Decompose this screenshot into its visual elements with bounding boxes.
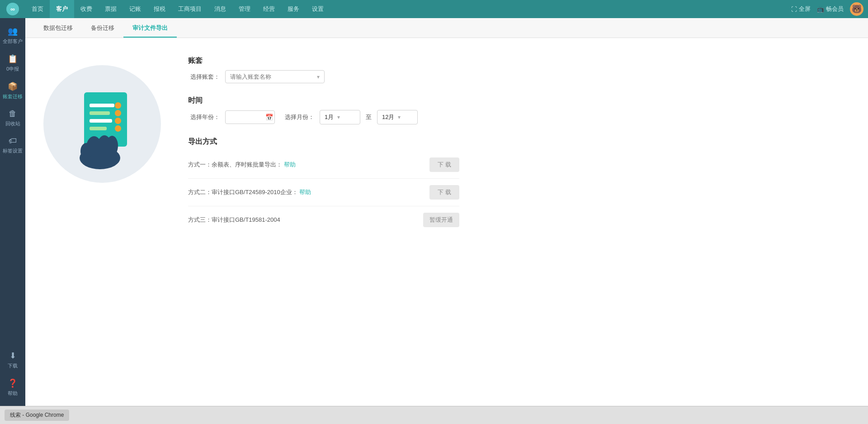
month-start-chevron: ▾: [337, 114, 340, 120]
sidebar-bottom-icon-帮助: ❓: [8, 378, 18, 388]
svg-point-15: [80, 143, 92, 159]
tab-数据包迁移[interactable]: 数据包迁移: [34, 19, 82, 38]
nav-item-服务[interactable]: 服务: [281, 0, 306, 18]
sidebar-item-0申报[interactable]: 📋0申报: [0, 50, 25, 76]
nav-item-记账[interactable]: 记账: [123, 0, 147, 18]
month-end-select[interactable]: 12月 ▾: [377, 110, 418, 124]
time-section-title: 时间: [188, 96, 459, 105]
svg-point-9: [115, 118, 121, 124]
month-end-value: 12月: [382, 113, 394, 121]
sidebar-label-0申报: 0申报: [6, 66, 19, 72]
export-btn-2[interactable]: 下 载: [429, 185, 459, 200]
content-area: 数据包迁移备份迁移审计文件导出: [25, 18, 868, 406]
nav-item-首页[interactable]: 首页: [25, 0, 50, 18]
nav-item-管理[interactable]: 管理: [232, 0, 257, 18]
nav-item-客户[interactable]: 客户: [50, 0, 74, 18]
sidebar-item-标签设置[interactable]: 🏷标签设置: [0, 133, 25, 158]
sidebar-item-全部客户[interactable]: 👥全部客户: [0, 23, 25, 48]
fullscreen-label: 全屏: [799, 5, 811, 13]
account-select-label: 选择账套：: [188, 73, 220, 81]
export-section-title: 导出方式: [188, 137, 459, 147]
account-row: 选择账套： ▾: [188, 70, 459, 83]
svg-point-14: [106, 136, 118, 156]
nav-item-票据[interactable]: 票据: [99, 0, 123, 18]
taskbar: 线索 - Google Chrome: [0, 406, 868, 424]
month-start-value: 1月: [325, 113, 334, 121]
svg-rect-6: [90, 127, 107, 130]
nav-items: 首页客户收费票据记账报税工商项目消息管理经营服务设置: [25, 0, 330, 18]
user-avatar[interactable]: 🐻: [850, 2, 863, 16]
nav-item-报税[interactable]: 报税: [147, 0, 172, 18]
export-method-text-3: 方式三：审计接口GB/T19581-2004: [188, 216, 280, 224]
export-method-2: 方式二：审计接口GB/T24589-2010企业： 帮助下 载: [188, 179, 459, 206]
sidebar-label-账套迁移: 账套迁移: [3, 93, 23, 100]
sidebar-icon-标签设置: 🏷: [9, 136, 17, 146]
form-area: 账套 选择账套： ▾ 时间 选择年份： 202: [188, 52, 459, 392]
nav-right-area: ⛶ 全屏 📺 畅会员 🐻: [791, 2, 863, 16]
export-method-text-2: 方式二：审计接口GB/T24589-2010企业： 帮助: [188, 188, 311, 196]
main-layout: 👥全部客户📋0申报📦账套迁移🗑回收站🏷标签设置⬇下载❓帮助 数据包迁移备份迁移审…: [0, 18, 868, 406]
fullscreen-button[interactable]: ⛶ 全屏: [791, 5, 811, 13]
sidebar-item-账套迁移[interactable]: 📦账套迁移: [0, 78, 25, 104]
svg-point-7: [115, 102, 121, 109]
export-help-link-1[interactable]: 帮助: [284, 161, 296, 168]
export-btn-3[interactable]: 暂缓开通: [423, 213, 459, 227]
year-label: 选择年份：: [188, 113, 220, 121]
export-methods-list: 方式一：余额表、序时账批量导出： 帮助下 载方式二：审计接口GB/T24589-…: [188, 151, 459, 233]
year-input[interactable]: 2023: [230, 114, 262, 121]
svg-point-8: [115, 110, 121, 116]
svg-rect-5: [90, 119, 112, 123]
nav-item-设置[interactable]: 设置: [306, 0, 330, 18]
export-btn-1[interactable]: 下 载: [429, 157, 459, 172]
sidebar-bottom-下载[interactable]: ⬇下载: [0, 347, 25, 373]
month-start-select[interactable]: 1月 ▾: [320, 110, 360, 124]
vip-icon: 📺: [817, 6, 824, 13]
month-end-chevron: ▾: [398, 114, 401, 120]
account-section-title: 账套: [188, 56, 459, 66]
month-label: 选择月份：: [285, 113, 314, 121]
export-section: 导出方式 方式一：余额表、序时账批量导出： 帮助下 载方式二：审计接口GB/T2…: [188, 137, 459, 233]
fullscreen-icon: ⛶: [791, 6, 797, 13]
account-section: 账套 选择账套： ▾: [188, 56, 459, 83]
sidebar-icon-回收站: 🗑: [9, 109, 17, 119]
illustration-circle: [43, 65, 161, 183]
vip-label: 畅会员: [826, 5, 844, 13]
illustration-area: [43, 52, 161, 392]
app-logo[interactable]: ∞: [5, 1, 21, 17]
svg-rect-4: [90, 111, 110, 115]
sidebar-label-全部客户: 全部客户: [3, 38, 23, 45]
sidebar-label-标签设置: 标签设置: [3, 148, 23, 154]
sidebar-bottom-icon-下载: ⬇: [9, 351, 16, 361]
account-select[interactable]: ▾: [225, 70, 325, 83]
export-help-link-2[interactable]: 帮助: [299, 189, 311, 195]
sidebar-label-回收站: 回收站: [5, 120, 20, 127]
main-content: 账套 选择账套： ▾ 时间 选择年份： 202: [25, 38, 868, 406]
nav-item-经营[interactable]: 经营: [257, 0, 281, 18]
audit-illustration: [61, 79, 143, 169]
nav-item-工商项目[interactable]: 工商项目: [172, 0, 208, 18]
vip-button[interactable]: 📺 畅会员: [817, 5, 844, 13]
svg-text:∞: ∞: [10, 5, 15, 13]
sidebar-item-回收站[interactable]: 🗑回收站: [0, 105, 25, 131]
export-method-3: 方式三：审计接口GB/T19581-2004暂缓开通: [188, 206, 459, 233]
svg-point-10: [115, 125, 121, 132]
export-method-1: 方式一：余额表、序时账批量导出： 帮助下 载: [188, 151, 459, 179]
nav-item-消息[interactable]: 消息: [208, 0, 232, 18]
top-navigation: ∞ 首页客户收费票据记账报税工商项目消息管理经营服务设置 ⛶ 全屏 📺 畅会员 …: [0, 0, 868, 18]
taskbar-chrome-item[interactable]: 线索 - Google Chrome: [5, 410, 69, 421]
sidebar-bottom-帮助[interactable]: ❓帮助: [0, 375, 25, 400]
svg-rect-3: [90, 104, 114, 107]
to-label: 至: [366, 113, 372, 121]
account-select-input[interactable]: [230, 73, 317, 80]
year-input-field[interactable]: 2023 📅: [225, 110, 275, 124]
sidebar: 👥全部客户📋0申报📦账套迁移🗑回收站🏷标签设置⬇下载❓帮助: [0, 18, 25, 406]
time-row: 选择年份： 2023 📅 选择月份： 1月 ▾ 至 12月: [188, 110, 459, 124]
export-method-text-1: 方式一：余额表、序时账批量导出： 帮助: [188, 161, 296, 169]
account-select-chevron: ▾: [317, 74, 320, 80]
calendar-icon: 📅: [265, 114, 273, 121]
sidebar-icon-全部客户: 👥: [8, 26, 18, 36]
sidebar-icon-账套迁移: 📦: [8, 81, 18, 91]
nav-item-收费[interactable]: 收费: [74, 0, 99, 18]
tab-审计文件导出[interactable]: 审计文件导出: [123, 19, 177, 38]
tab-备份迁移[interactable]: 备份迁移: [82, 19, 123, 38]
